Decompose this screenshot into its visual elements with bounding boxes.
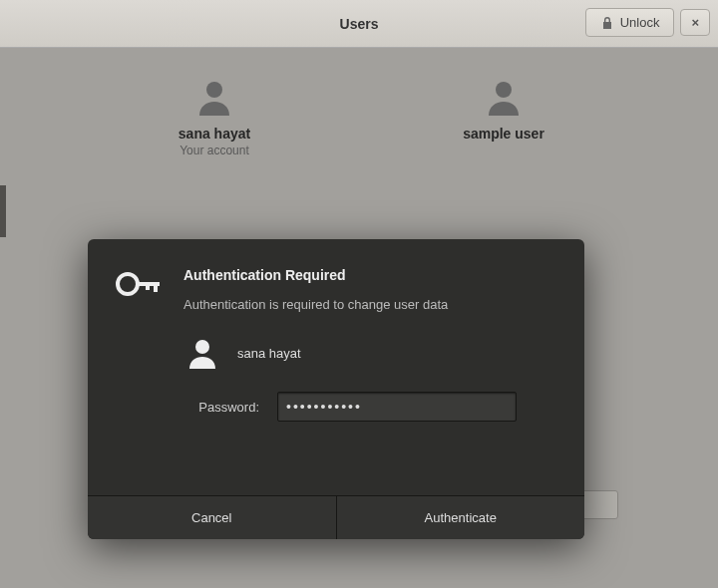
close-icon: × [691,16,699,29]
auth-user-row: sana hayat [185,336,556,370]
lock-icon [600,16,614,30]
auth-header-text: Authentication Required Authentication i… [183,267,448,312]
unlock-button[interactable]: Unlock [585,8,675,37]
cancel-button[interactable]: Cancel [88,496,337,539]
auth-dialog-body: Authentication Required Authentication i… [88,239,584,495]
window-title: Users [340,16,379,32]
password-row: Password: [116,392,556,471]
key-icon [116,271,162,297]
user-icon [185,336,219,370]
users-window: Users Unlock × sana hayat Your account [0,0,718,588]
password-label: Password: [185,400,259,415]
header-actions: Unlock × [585,8,710,37]
auth-actions: Cancel Authenticate [88,495,584,539]
auth-dialog: Authentication Required Authentication i… [88,239,584,539]
unlock-label: Unlock [620,15,660,30]
svg-point-2 [118,274,138,294]
auth-username: sana hayat [237,346,301,361]
password-input[interactable] [277,392,517,422]
header-bar: Users Unlock × [0,0,718,48]
svg-rect-5 [146,282,150,290]
svg-point-6 [195,340,209,354]
auth-header: Authentication Required Authentication i… [116,267,556,312]
auth-title: Authentication Required [183,267,448,283]
authenticate-button[interactable]: Authenticate [337,496,585,539]
close-button[interactable]: × [680,9,710,36]
svg-rect-4 [154,282,158,292]
auth-message: Authentication is required to change use… [183,297,448,312]
content-area: sana hayat Your account sample user Last… [0,48,718,588]
